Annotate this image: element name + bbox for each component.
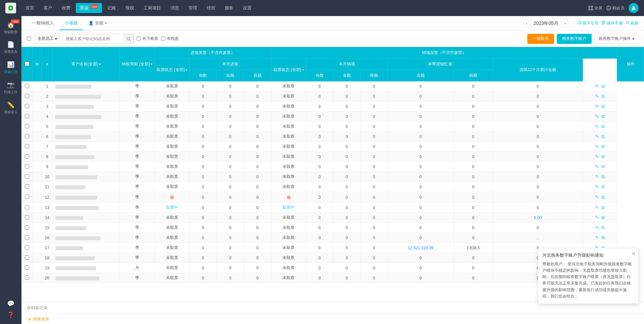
nav-invoice[interactable]: 票据 new (76, 3, 102, 13)
copy-icon[interactable]: ⧉ (601, 235, 605, 240)
client-filter-icon[interactable]: ▾ (99, 62, 101, 66)
row-checkbox[interactable] (25, 154, 29, 158)
nav-operation[interactable]: 经营 (203, 3, 219, 13)
edit-icon[interactable]: ✎ (595, 225, 599, 230)
tab-small-scale[interactable]: 小规模 (59, 17, 83, 30)
row-checkbox[interactable] (25, 215, 29, 219)
out-status-filter[interactable]: ▾ (302, 68, 304, 72)
copy-icon[interactable]: ⧉ (601, 144, 605, 149)
edit-icon[interactable]: ✎ (595, 154, 599, 159)
copy-icon[interactable]: ⧉ (601, 83, 605, 89)
edit-icon[interactable]: ✎ (595, 114, 599, 119)
sidebar-item-entry[interactable]: ✏️ 票据录入 (1, 99, 20, 117)
tab-general-taxpayer[interactable]: 一般纳税人 (27, 17, 59, 30)
tax-policy-bar[interactable]: ⚡ 税务政策 (21, 314, 644, 324)
row-checkbox[interactable] (25, 94, 29, 98)
edit-icon[interactable]: ✎ (595, 93, 599, 99)
edit-icon[interactable]: ✎ (595, 144, 599, 149)
copy-icon[interactable]: ⧉ (601, 205, 605, 210)
edit-icon[interactable]: ✎ (595, 174, 599, 179)
new-guide-link[interactable]: ? 新手引导 (578, 20, 599, 26)
settings-icon[interactable]: ⚙ (35, 62, 39, 67)
row-checkbox[interactable] (25, 205, 29, 209)
popup-close-btn[interactable]: ✕ (632, 251, 636, 256)
row-checkbox[interactable] (25, 255, 29, 260)
nav-settings[interactable]: 设置 (239, 3, 256, 13)
row-checkbox[interactable] (25, 245, 29, 250)
copy-icon[interactable]: ⧉ (601, 164, 605, 169)
row-checkbox[interactable] (25, 114, 29, 118)
copy-icon[interactable]: ⧉ (601, 184, 605, 189)
member-btn[interactable]: 购会员 (606, 5, 625, 11)
row-checkbox[interactable] (25, 174, 29, 179)
copy-icon[interactable]: ⧉ (601, 225, 605, 230)
tab-omnipotent[interactable]: 👤 全能 ▾ (83, 17, 112, 30)
nav-home[interactable]: 首页 (21, 3, 38, 13)
row-checkbox[interactable] (25, 134, 29, 138)
manual-link[interactable]: 操作手册 (601, 20, 623, 26)
edit-icon[interactable]: ✎ (595, 215, 599, 220)
in-status-filter[interactable]: ▾ (185, 68, 187, 72)
search-button[interactable] (123, 34, 133, 44)
user-avatar[interactable] (629, 3, 639, 13)
th-out-status: 取票状态 (全部) ▾ (271, 59, 306, 81)
sidebar-item-summary[interactable]: 📊 票据汇总 (1, 58, 20, 77)
search-input[interactable] (63, 34, 123, 44)
select-all-checkbox[interactable] (27, 37, 31, 41)
row-checkbox[interactable] (25, 235, 29, 240)
nav-client[interactable]: 客户 (40, 3, 56, 13)
nav-manage[interactable]: 管理 (184, 3, 201, 13)
next-month-btn[interactable]: › (561, 19, 569, 27)
edit-icon[interactable]: ✎ (595, 235, 599, 240)
edit-icon[interactable]: ✎ (595, 104, 599, 109)
copy-icon[interactable]: ⧉ (601, 154, 605, 159)
refresh-link[interactable]: 刷新 (626, 20, 639, 26)
fullscreen-btn[interactable]: 全屏 (588, 5, 602, 11)
nav-billing[interactable]: 收费 (58, 3, 74, 13)
digital-account-button[interactable]: 税务数字账户 (557, 34, 592, 44)
copy-icon[interactable]: ⧉ (601, 104, 605, 109)
edit-icon[interactable]: ✎ (595, 83, 599, 89)
nav-accounting[interactable]: 记账 (103, 3, 120, 13)
row-checkbox[interactable] (25, 275, 29, 280)
nav-service[interactable]: 服务 (221, 3, 237, 13)
row-checkbox[interactable] (25, 265, 29, 270)
row-checkbox[interactable] (25, 144, 29, 148)
employee-select[interactable]: 全部员工 ▾ (35, 34, 60, 44)
copy-icon[interactable]: ⧉ (601, 215, 605, 220)
row-checkbox[interactable] (25, 164, 29, 169)
nav-business[interactable]: 工商项目 (140, 3, 165, 13)
nav-message[interactable]: 消息 (166, 3, 183, 13)
row-checkbox[interactable] (25, 124, 29, 128)
copy-icon[interactable]: ⧉ (601, 93, 605, 99)
nav-tax[interactable]: 报税 (121, 3, 138, 13)
tax-disk-checkbox[interactable]: 有税盘 (161, 36, 179, 42)
copy-icon[interactable]: ⧉ (601, 124, 605, 129)
header-select-all[interactable] (25, 62, 29, 66)
subordinate-accounts-checkbox[interactable]: 名下账套 (137, 36, 158, 42)
cell-in-status: 未取票 (155, 152, 190, 162)
copy-icon[interactable]: ⧉ (601, 134, 605, 139)
row-checkbox[interactable] (25, 84, 29, 88)
copy-icon[interactable]: ⧉ (601, 194, 605, 200)
prev-month-btn[interactable]: ‹ (523, 19, 531, 27)
edit-icon[interactable]: ✎ (595, 124, 599, 129)
copy-icon[interactable]: ⧉ (601, 174, 605, 179)
quick-ticket-button[interactable]: 一键取票 (527, 34, 554, 44)
sidebar-item-open-invoice[interactable]: 📄 发票开具 (1, 38, 20, 57)
row-checkbox[interactable] (25, 184, 29, 189)
digital-ops-button[interactable]: 税务数字账户操作 ▾ (594, 34, 639, 44)
edit-icon[interactable]: ✎ (595, 134, 599, 139)
row-checkbox[interactable] (25, 104, 29, 108)
edit-icon[interactable]: ✎ (595, 164, 599, 169)
period-filter-icon[interactable]: ▾ (151, 62, 152, 66)
help-icon[interactable]: ❓ (7, 311, 14, 319)
row-checkbox[interactable] (25, 225, 29, 230)
copy-icon[interactable]: ⧉ (601, 114, 605, 119)
row-checkbox[interactable] (25, 195, 29, 199)
chat-icon[interactable]: 💬 (7, 300, 14, 307)
edit-icon[interactable]: ✎ (595, 184, 599, 189)
sidebar-item-scan[interactable]: 📷 扫描上传 (1, 78, 20, 97)
edit-icon[interactable]: ✎ (595, 205, 599, 210)
edit-icon[interactable]: ✎ (595, 194, 599, 200)
